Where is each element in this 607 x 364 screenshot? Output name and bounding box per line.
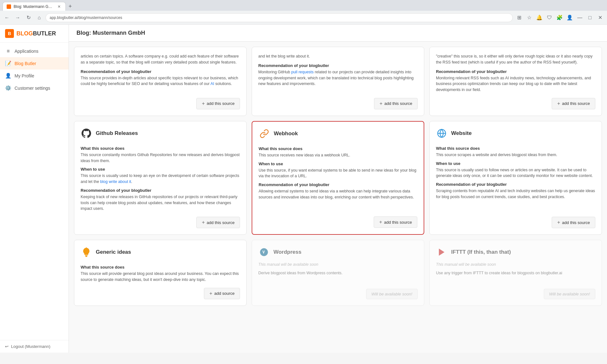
forward-button[interactable]: →	[13, 13, 22, 22]
page-title: Blog: Mustermann GmbH	[77, 30, 599, 36]
home-button[interactable]: ⌂	[35, 13, 44, 22]
add-source-label-generic: add source	[214, 291, 235, 296]
profile-icon[interactable]: 👤	[565, 13, 574, 22]
recommendation-title-3: Recommendation of your blogbutler	[436, 69, 595, 74]
maximize-icon[interactable]: □	[586, 13, 594, 22]
logo-icon: B	[5, 29, 14, 38]
generic-what-text: This source will provide general blog po…	[81, 271, 240, 283]
webhook-what-text: This source receives new ideas via a web…	[259, 152, 417, 158]
partial-text-2: and let the blog write about it.	[258, 53, 418, 59]
github-what-title: What this source does	[81, 146, 240, 151]
ifttt-icon	[436, 246, 447, 258]
plus-icon-website: +	[557, 220, 560, 225]
recommendation-text-3: Monitoring relevant RSS feeds such as AI…	[436, 75, 595, 93]
website-what-text: This source scrapes a website and derive…	[436, 152, 595, 158]
tab-close-button[interactable]: ✕	[57, 4, 62, 9]
logout-button[interactable]: ↩ Logout (Mustermann)	[5, 344, 64, 349]
back-button[interactable]: ←	[3, 13, 11, 22]
ifttt-coming-soon-note: This manual will be available soon	[436, 262, 595, 268]
sidebar-item-blog-butler[interactable]: 📝 Blog Butler	[0, 57, 69, 70]
github-recommendation-text: Keeping track of new releases in GitHub …	[81, 194, 240, 212]
logout-label: Logout (Mustermann)	[11, 344, 50, 349]
source-card-wordpress: Wordpress This manual will be available …	[252, 240, 424, 306]
ifttt-coming-soon-label: Will be available soon!	[544, 289, 595, 299]
source-card-website: Website What this source does This sourc…	[429, 121, 602, 235]
notifications-icon[interactable]: 🔔	[535, 13, 544, 22]
plus-icon-github: +	[202, 220, 205, 225]
extensions-icon[interactable]: 🧩	[555, 13, 564, 22]
card-header-webhook: Webhook	[259, 128, 417, 139]
refresh-button[interactable]: ↻	[24, 13, 33, 22]
add-source-button-website[interactable]: + add this source	[552, 217, 595, 228]
add-source-label-3: add this source	[562, 101, 590, 106]
sidebar-footer: ↩ Logout (Mustermann)	[0, 340, 69, 353]
tab-favicon	[7, 4, 11, 9]
ifttt-what-text: Use any trigger from IFTTT to create ide…	[436, 270, 595, 276]
source-card-rss-partial-1: articles on certain topics. A software c…	[74, 47, 247, 116]
website-card-actions: + add this source	[436, 212, 595, 228]
website-title: Website	[451, 130, 472, 136]
nav-customer-settings-label: Customer settings	[15, 86, 50, 91]
wordpress-title: Wordpress	[273, 249, 302, 255]
active-tab[interactable]: Blog: Mustermann GmbH – blo... ✕	[3, 2, 66, 11]
nav-my-profile-label: My Profile	[15, 73, 34, 78]
plus-icon-generic: +	[209, 291, 212, 296]
recommendation-title-1: Recommendation of your blogbutler	[81, 69, 240, 74]
webhook-when-title: When to use	[259, 161, 417, 166]
webhook-recommendation-text: Allowing external systems to send ideas …	[259, 188, 417, 200]
website-when-title: When to use	[436, 161, 595, 166]
github-icon	[81, 128, 92, 139]
translate-icon[interactable]: ⊞	[515, 13, 524, 22]
sidebar-item-customer-settings[interactable]: ⚙️ Customer settings	[0, 82, 69, 94]
add-source-label-1: add this source	[207, 101, 235, 106]
ideas-icon	[81, 246, 92, 258]
menu-icon: ≡	[5, 48, 11, 54]
tab-bar: Blog: Mustermann GmbH – blo... ✕ +	[0, 0, 607, 11]
add-source-label-github: add this source	[207, 220, 235, 225]
source-card-webhook: Webhook What this source does This sourc…	[252, 121, 424, 235]
wordpress-coming-soon-label: Will be available soon!	[366, 289, 418, 299]
add-source-button-3[interactable]: + add this source	[552, 98, 595, 109]
add-source-label-webhook: add this source	[384, 220, 412, 225]
add-source-button-1[interactable]: + add this source	[196, 98, 240, 109]
ifttt-coming-soon-badge: Will be available soon!	[436, 284, 595, 299]
add-source-button-2[interactable]: + add this source	[374, 98, 418, 109]
card-header-wordpress: Wordpress	[258, 246, 418, 258]
close-window-icon[interactable]: ✕	[596, 13, 604, 22]
wordpress-what-text: Derive blogpost ideas from Wordpress con…	[258, 270, 418, 276]
add-source-button-github[interactable]: + add this source	[196, 217, 240, 228]
card-actions-1: + add this source	[81, 93, 240, 109]
bookmark-icon[interactable]: ☆	[525, 13, 534, 22]
sidebar: B BLOGBUTLER ≡ Applications 📝 Blog Butle…	[0, 25, 69, 353]
partial-text-3: "creative" this source is, so it either …	[436, 53, 595, 65]
shield-icon[interactable]: 🛡	[545, 13, 554, 22]
new-tab-button[interactable]: +	[66, 2, 75, 11]
main-content: Blog: Mustermann GmbH articles on certai…	[69, 25, 607, 353]
logout-icon: ↩	[5, 344, 9, 349]
card-actions-3: + add this source	[436, 93, 595, 109]
sidebar-item-my-profile[interactable]: 👤 My Profile	[0, 70, 69, 82]
plus-icon-2: +	[379, 101, 382, 106]
card-actions-2: + add this source	[258, 93, 418, 109]
recommendation-text-1: This source provides in-depth articles a…	[81, 75, 240, 87]
website-recommendation-text: Scraping contents from reputable AI and …	[436, 188, 595, 200]
webhook-icon	[259, 128, 270, 139]
page-header: Blog: Mustermann GmbH	[69, 25, 607, 42]
address-bar[interactable]: app.blogbutler.ai/blog/mustermann/source…	[46, 13, 513, 22]
card-header-website: Website	[436, 128, 595, 139]
generic-what-title: What this source does	[81, 265, 240, 270]
add-source-button-webhook[interactable]: + add this source	[374, 216, 417, 228]
generic-card-actions: + add source	[81, 283, 240, 299]
ifttt-title: IFTTT (If this, than that)	[451, 249, 511, 255]
webhook-what-title: What this source does	[259, 146, 417, 151]
profile-nav-icon: 👤	[5, 73, 11, 79]
source-card-ifttt: IFTTT (If this, than that) This manual w…	[429, 240, 602, 306]
sidebar-item-applications[interactable]: ≡ Applications	[0, 45, 69, 57]
github-what-text: This source constantly monitors Github R…	[81, 152, 240, 164]
add-source-label-website: add this source	[562, 220, 590, 225]
wordpress-coming-soon-badge: Will be available soon!	[258, 284, 418, 299]
github-when-title: When to use	[81, 167, 240, 172]
minimize-icon[interactable]: —	[575, 13, 584, 22]
github-releases-title: Github Releases	[96, 130, 138, 136]
add-source-button-generic[interactable]: + add source	[204, 288, 240, 299]
